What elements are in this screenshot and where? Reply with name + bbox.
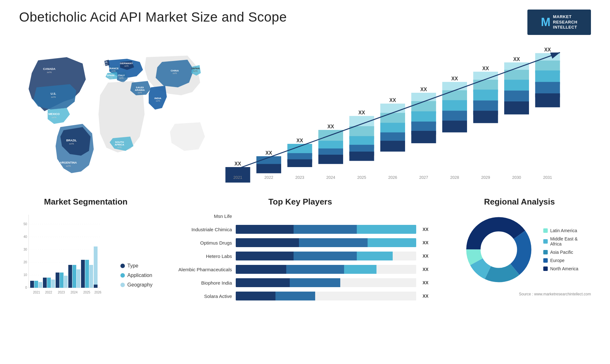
logo-m-icon: M	[541, 16, 551, 29]
svg-text:2023: 2023	[58, 291, 65, 294]
world-map-section: CANADA xx% U.S. xx% MEXICO xx% BRAZIL xx…	[19, 41, 210, 194]
svg-text:AFRICA: AFRICA	[115, 143, 124, 146]
svg-text:MEXICO: MEXICO	[48, 112, 60, 116]
legend-type: Type	[120, 263, 152, 269]
svg-rect-48	[411, 131, 436, 143]
svg-text:INDIA: INDIA	[154, 97, 161, 100]
players-section: Top Key Players Msn Life Industriale Chi…	[162, 197, 438, 305]
player-bar	[236, 238, 416, 247]
svg-text:ARABIA: ARABIA	[135, 89, 145, 91]
player-row-optimus: Optimus Drugs XX	[168, 238, 432, 247]
svg-text:xx%: xx%	[69, 142, 74, 145]
page-header: Obeticholic Acid API Market Size and Sco…	[19, 10, 591, 35]
legend-middle-east: Middle East &Africa	[543, 236, 579, 246]
svg-text:2021: 2021	[33, 291, 40, 294]
svg-text:2029: 2029	[481, 175, 490, 180]
svg-text:0: 0	[25, 286, 27, 289]
player-value: XX	[423, 227, 432, 232]
legend-type-dot	[120, 264, 125, 268]
svg-text:JAPAN: JAPAN	[191, 67, 200, 70]
regional-title: Regional Analysis	[448, 197, 591, 207]
player-name: Biophore India	[168, 280, 232, 286]
segmentation-title: Market Segmentation	[19, 197, 152, 207]
svg-text:10: 10	[24, 273, 27, 277]
legend-application-dot	[120, 273, 125, 278]
bar-mid	[286, 265, 344, 274]
svg-text:2025: 2025	[83, 291, 91, 294]
legend-geography-label: Geography	[127, 282, 152, 288]
svg-text:XX: XX	[513, 57, 520, 62]
player-value: XX	[423, 267, 432, 272]
svg-text:XX: XX	[544, 47, 551, 52]
svg-text:U.S.: U.S.	[51, 92, 56, 95]
svg-rect-96	[38, 282, 42, 288]
svg-rect-112	[89, 265, 93, 288]
svg-text:XX: XX	[358, 110, 365, 115]
bar-light	[368, 238, 416, 247]
bar-mid	[294, 252, 357, 260]
player-bar	[236, 252, 416, 260]
growth-chart-section: XX 2021 XX 2022 XX 2023 XX 2024	[219, 41, 591, 194]
svg-text:xx%: xx%	[51, 116, 56, 119]
bar-light	[344, 265, 376, 274]
svg-rect-116	[94, 246, 98, 285]
svg-text:2027: 2027	[419, 175, 428, 180]
bar-dark	[236, 292, 275, 300]
svg-rect-104	[64, 276, 68, 288]
player-bar	[236, 225, 416, 234]
segmentation-legend: Type Application Geography	[120, 263, 152, 300]
svg-text:XX: XX	[390, 98, 396, 103]
svg-text:2026: 2026	[388, 175, 397, 180]
bar-2025-seg1	[349, 152, 374, 161]
svg-text:2024: 2024	[326, 175, 335, 180]
svg-text:2030: 2030	[512, 175, 521, 180]
bar-2021-seg1	[226, 167, 250, 183]
bar-dark	[236, 278, 290, 287]
legend-north-america: North America	[543, 266, 579, 271]
segmentation-chart-svg: 0 10 20 30 40 50 2021	[19, 212, 102, 300]
svg-rect-111	[85, 260, 89, 288]
svg-text:2031: 2031	[543, 175, 552, 180]
bar-2023-seg1	[288, 159, 312, 167]
legend-geography-dot	[120, 283, 125, 287]
svg-text:2023: 2023	[295, 175, 304, 180]
svg-text:XX: XX	[234, 161, 241, 166]
legend-geography: Geography	[120, 282, 152, 288]
svg-text:40: 40	[24, 235, 27, 239]
svg-text:ARGENTINA: ARGENTINA	[60, 161, 77, 164]
svg-text:xx%: xx%	[193, 70, 197, 72]
svg-text:2021: 2021	[233, 175, 242, 180]
svg-text:XX: XX	[482, 66, 489, 71]
svg-text:2022: 2022	[45, 291, 52, 294]
legend-application-label: Application	[127, 273, 152, 278]
svg-text:FRANCE: FRANCE	[108, 67, 119, 70]
legend-label-mea: Middle East &Africa	[550, 236, 578, 246]
legend-dot-mea	[543, 239, 548, 244]
svg-text:xx%: xx%	[108, 77, 112, 79]
svg-text:XX: XX	[451, 76, 458, 81]
svg-text:XX: XX	[328, 124, 334, 129]
player-bar	[236, 278, 416, 287]
bar-2026-seg1	[380, 141, 405, 152]
svg-text:XX: XX	[420, 87, 427, 92]
svg-rect-98	[43, 278, 47, 288]
svg-text:xx%: xx%	[156, 100, 160, 102]
bar-dark	[236, 252, 294, 260]
svg-text:xx%: xx%	[111, 70, 115, 72]
svg-text:30: 30	[24, 248, 27, 251]
svg-rect-55	[442, 121, 467, 132]
svg-text:20: 20	[24, 260, 27, 264]
logo-area: M MARKET RESEARCH INTELLECT	[527, 10, 591, 35]
legend-dot-latin	[543, 228, 548, 233]
player-row-biophore: Biophore India XX	[168, 278, 432, 287]
svg-rect-103	[60, 273, 64, 288]
bar-dark	[236, 265, 286, 274]
svg-rect-95	[34, 281, 38, 288]
svg-rect-76	[535, 93, 560, 107]
svg-rect-94	[30, 281, 34, 288]
source-text: Source : www.marketresearchintellect.com	[519, 292, 591, 296]
svg-text:xx%: xx%	[173, 72, 177, 74]
svg-rect-102	[56, 273, 59, 288]
player-value: XX	[423, 280, 432, 285]
svg-text:CHINA: CHINA	[171, 69, 179, 72]
